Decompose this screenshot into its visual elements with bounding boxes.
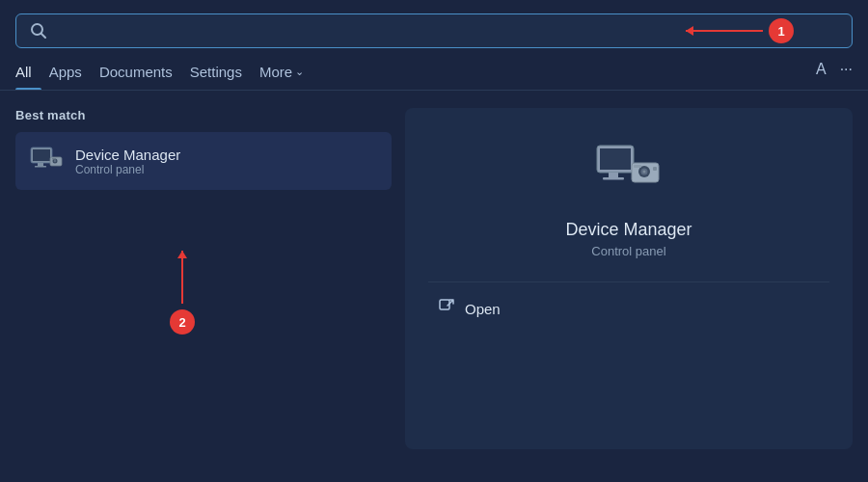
- tabs-right-actions: A ···: [816, 61, 853, 88]
- svg-line-1: [41, 34, 45, 38]
- best-match-label: Best match: [15, 108, 392, 122]
- svg-rect-11: [600, 148, 631, 170]
- right-panel-icon: [590, 137, 667, 204]
- svg-point-17: [643, 171, 646, 174]
- main-content: Best match Device Manager Cont: [0, 91, 868, 467]
- annotation-1-arrow: [686, 30, 763, 32]
- search-bar-area: device manager 1: [0, 0, 868, 48]
- tab-more-label: More: [259, 64, 292, 80]
- chevron-down-icon: ⌄: [295, 66, 304, 78]
- tabs-row: All Apps Documents Settings More ⌄ A ···: [0, 48, 868, 91]
- svg-rect-4: [38, 163, 43, 166]
- result-item-title: Device Manager: [75, 147, 180, 163]
- svg-rect-3: [33, 149, 50, 161]
- right-panel-subtitle: Control panel: [591, 244, 665, 258]
- right-panel: Device Manager Control panel Open: [405, 108, 853, 449]
- annotation-2-badge: 2: [170, 309, 195, 335]
- svg-rect-13: [603, 177, 624, 180]
- open-button[interactable]: Open: [438, 298, 501, 319]
- annotation-2-container: 2: [15, 190, 392, 267]
- svg-rect-18: [634, 165, 641, 168]
- result-item-device-manager[interactable]: Device Manager Control panel: [15, 132, 392, 190]
- svg-rect-19: [653, 167, 657, 171]
- annotation-2-arrow: [181, 251, 183, 304]
- right-panel-title: Device Manager: [565, 220, 692, 240]
- open-external-icon: [438, 298, 455, 319]
- result-item-subtitle: Control panel: [75, 163, 180, 176]
- tab-more[interactable]: More ⌄: [259, 58, 321, 90]
- svg-rect-9: [52, 158, 56, 160]
- annotation-2-group: 2: [170, 251, 195, 335]
- more-options-button[interactable]: ···: [840, 61, 853, 78]
- result-item-text: Device Manager Control panel: [75, 147, 180, 176]
- svg-point-8: [54, 160, 56, 162]
- left-panel: Best match Device Manager Cont: [15, 108, 392, 449]
- search-icon: [30, 22, 47, 40]
- search-bar: device manager 1: [15, 13, 853, 48]
- tab-settings[interactable]: Settings: [190, 58, 259, 90]
- tab-apps[interactable]: Apps: [49, 58, 99, 90]
- svg-rect-12: [609, 173, 618, 177]
- annotation-1-badge: 1: [769, 18, 794, 43]
- font-size-button[interactable]: A: [816, 61, 827, 78]
- tab-documents[interactable]: Documents: [99, 58, 190, 90]
- annotation-1-group: 1: [686, 18, 794, 43]
- svg-rect-5: [35, 166, 46, 168]
- tab-all[interactable]: All: [15, 58, 49, 90]
- open-label: Open: [465, 301, 501, 317]
- result-item-icon: [29, 144, 64, 178]
- right-panel-divider: [428, 281, 829, 282]
